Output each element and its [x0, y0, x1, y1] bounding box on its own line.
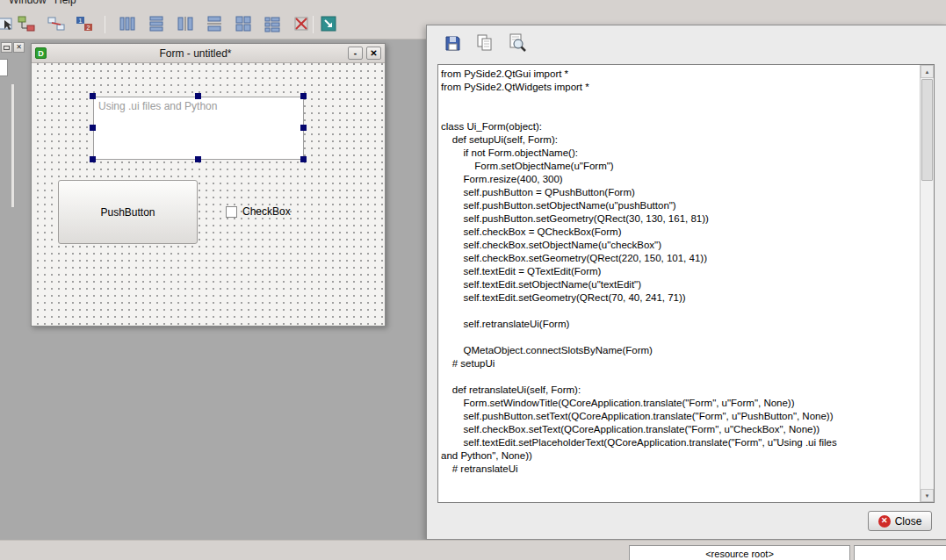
selection-handle[interactable] [90, 156, 96, 162]
resource-panel-cell [854, 545, 946, 560]
form-canvas[interactable]: Using .ui files and Python PushButton Ch… [32, 63, 385, 326]
form-window-title: Form - untitled* [47, 47, 344, 60]
selection-handle[interactable] [300, 156, 307, 162]
layout-form-icon [263, 14, 282, 33]
code-text: from PySide2.QtGui import *from PySide2.… [438, 65, 920, 502]
pushbutton-widget[interactable]: PushButton [58, 180, 198, 244]
window-close-button[interactable]: ✕ [366, 47, 381, 60]
scroll-up-button[interactable]: ▲ [921, 65, 934, 78]
layout-grid-icon [234, 14, 253, 33]
edit-signals-slots-button[interactable] [16, 12, 37, 35]
adjust-size-button[interactable] [318, 12, 339, 35]
layout-horizontal-splitter-button[interactable] [175, 12, 196, 35]
toolbar-separator [105, 16, 105, 33]
close-button-label: Close [895, 515, 922, 528]
save-button[interactable] [441, 32, 464, 54]
layout-vertical-icon [147, 14, 166, 33]
edit-widgets-icon [0, 14, 15, 33]
selection-handle[interactable] [195, 156, 201, 162]
checkbox-widget[interactable]: CheckBox [226, 205, 291, 218]
code-viewer-toolbar [441, 32, 529, 54]
menu-window[interactable]: Window [9, 0, 47, 6]
float-icon [4, 46, 10, 50]
code-view[interactable]: from PySide2.QtGui import *from PySide2.… [437, 64, 935, 503]
designer-form-icon: D [35, 47, 47, 59]
textedit-widget[interactable]: Using .ui files and Python [93, 97, 304, 160]
edit-signals-slots-icon [17, 14, 36, 33]
scroll-down-button[interactable]: ▼ [921, 489, 934, 502]
dock-float-button[interactable] [1, 42, 12, 53]
dialog-close-button[interactable]: ✕ Close [868, 511, 932, 531]
layout-horizontal-icon [118, 14, 137, 33]
bottom-panel: <resource root> [0, 540, 946, 560]
svg-text:2: 2 [87, 25, 90, 31]
copy-button[interactable] [473, 32, 496, 54]
resource-root-item[interactable]: <resource root> [629, 545, 850, 560]
layout-vertical-splitter-icon [205, 14, 224, 33]
close-x-icon: ✕ [878, 515, 891, 528]
code-viewer-dialog: from PySide2.QtGui import *from PySide2.… [426, 25, 946, 540]
svg-text:1: 1 [79, 18, 83, 24]
widgetbox-filter-field[interactable] [0, 59, 8, 76]
textedit-placeholder: Using .ui files and Python [94, 97, 303, 115]
layout-form-button[interactable] [262, 12, 283, 35]
layout-vertical-button[interactable] [146, 12, 167, 35]
checkbox-label: CheckBox [242, 205, 291, 218]
save-icon [443, 33, 462, 53]
vertical-scrollbar[interactable]: ▲ ▼ [920, 65, 934, 502]
edit-buddies-icon [47, 14, 66, 33]
break-layout-button[interactable] [291, 12, 312, 35]
selection-handle[interactable] [300, 125, 307, 131]
selection-handle[interactable] [195, 93, 201, 99]
checkbox-indicator[interactable] [226, 206, 237, 218]
selection-handle[interactable] [90, 93, 96, 99]
selection-handle[interactable] [300, 93, 307, 99]
menubar: Window Help [0, 0, 946, 7]
form-editor-window: D Form - untitled* - ✕ Using .ui files a… [31, 43, 386, 327]
edit-buddies-button[interactable] [46, 12, 67, 35]
selection-handle[interactable] [90, 125, 96, 131]
minimize-button[interactable]: - [348, 47, 363, 60]
adjust-size-icon [319, 14, 338, 33]
scrollbar-thumb[interactable] [921, 79, 933, 181]
find-button[interactable] [506, 32, 529, 54]
menu-help[interactable]: Help [54, 0, 76, 6]
toolbar-separator [313, 16, 314, 33]
find-icon [507, 32, 528, 54]
dock-close-button[interactable]: ✕ [13, 42, 25, 53]
widgetbox-scrollbar[interactable] [11, 83, 15, 208]
edit-tab-order-button[interactable]: 12 [74, 12, 95, 35]
layout-grid-button[interactable] [233, 12, 254, 35]
layout-horizontal-button[interactable] [117, 12, 138, 35]
edit-widgets-button[interactable] [0, 12, 16, 35]
break-layout-icon [292, 14, 311, 33]
copy-icon [474, 32, 495, 54]
qt-designer-window: Window Help 12 [0, 0, 946, 560]
layout-vertical-splitter-button[interactable] [204, 12, 225, 35]
form-window-titlebar[interactable]: D Form - untitled* - ✕ [32, 44, 385, 63]
edit-tab-order-icon: 12 [75, 14, 94, 33]
layout-horizontal-splitter-icon [176, 14, 195, 33]
